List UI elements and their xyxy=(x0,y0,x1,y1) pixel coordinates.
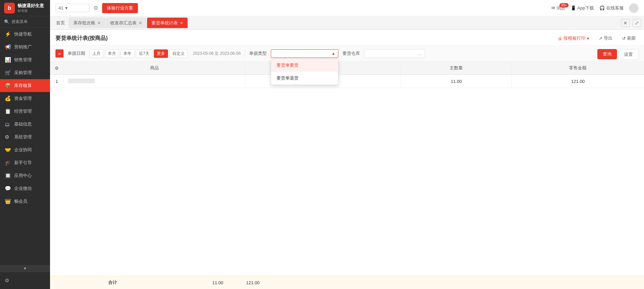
date-curr-year[interactable]: 本年 xyxy=(120,49,135,58)
date-7days[interactable]: 近7天 xyxy=(136,49,152,58)
app-download-item[interactable]: 📱 App下载 xyxy=(571,5,594,11)
tab-home[interactable]: 首页 xyxy=(53,18,68,28)
date-curr-month[interactable]: 本月 xyxy=(105,49,119,58)
topbar-settings-icon[interactable]: ⚙ xyxy=(93,5,98,11)
sidebar-item-wechat[interactable]: 💬 企业微信 xyxy=(0,182,50,195)
dropdown-item-order-return[interactable]: 要货单退货 xyxy=(271,72,338,85)
export-icon: ↗ xyxy=(599,36,602,41)
filter-divider xyxy=(245,50,245,57)
finance-icon: 💰 xyxy=(5,95,11,102)
tab-inventory-batch[interactable]: 库存批次账 ✕ xyxy=(69,18,105,28)
message-item[interactable]: ✉ 消息 99+ xyxy=(551,5,565,11)
print-label: 按模板打印 xyxy=(564,35,586,41)
sidebar-item-purchase[interactable]: 🛒 采购管理 xyxy=(0,66,50,79)
marketing-icon: 📢 xyxy=(5,44,11,50)
sidebar-label-finance: 资金管理 xyxy=(14,95,32,102)
sidebar-label-system: 系统管理 xyxy=(14,134,32,140)
date-more[interactable]: 更多 xyxy=(154,49,168,58)
sidebar-item-vip[interactable]: 👑 畅会员 xyxy=(0,195,50,208)
app-logo-icon: b xyxy=(4,3,15,14)
app-download-label: App下载 xyxy=(577,5,594,11)
message-badge: 99+ xyxy=(559,3,569,7)
maximize-tab-button[interactable]: ⤢ xyxy=(633,19,641,27)
online-service-label: 在线客服 xyxy=(606,5,624,11)
th-amount: 零售金额 xyxy=(511,62,644,75)
sidebar-label-inventory: 库存核算 xyxy=(14,83,32,89)
page-title: 要货单统计表(按商品) xyxy=(55,35,108,42)
sidebar-item-quick-nav[interactable]: ⚡ 快捷导航 xyxy=(0,28,50,41)
sidebar-logo: b 畅捷通好生意 标准版 xyxy=(0,0,50,16)
phone-icon: 📱 xyxy=(571,5,576,10)
chevron-down-icon: ▾ xyxy=(65,5,68,10)
close-all-tabs-button[interactable]: ✕ xyxy=(621,19,630,27)
sidebar-items-list: ⚡ 快捷导航 📢 营销推广 📊 销售管理 🛒 采购管理 📦 库存核算 💰 资金管… xyxy=(0,28,50,265)
date-prev-month[interactable]: 上月 xyxy=(89,49,103,58)
sidebar-item-collab[interactable]: 🤝 企业协同 xyxy=(0,143,50,156)
tab-inventory-batch-label: 库存批次账 xyxy=(73,20,95,26)
print-button[interactable]: 🖨 按模板打印 ▾ xyxy=(555,34,592,43)
warehouse-select-box[interactable]: … xyxy=(364,49,425,58)
table-body: 1 块 11.00 121.00 xyxy=(50,75,644,88)
sidebar-item-system[interactable]: ⚙ 系统管理 xyxy=(0,131,50,143)
refresh-icon: ↺ xyxy=(622,36,626,41)
export-button[interactable]: ↗ 导出 xyxy=(596,34,615,43)
date-custom[interactable]: 自定义 xyxy=(169,49,188,58)
th-settings[interactable]: ⚙ xyxy=(50,62,64,75)
type-filter-label: 单据类型 xyxy=(249,50,267,57)
sidebar-search[interactable]: 🔍 搜索菜单 xyxy=(0,16,50,28)
sidebar-item-operation[interactable]: 📋 经营管理 xyxy=(0,105,50,118)
sidebar-settings[interactable]: ⚙ xyxy=(0,275,50,286)
sidebar-label-purchase: 采购管理 xyxy=(14,70,32,76)
tab-order-summary-close[interactable]: ✕ xyxy=(180,21,183,25)
sidebar-item-sales[interactable]: 📊 销售管理 xyxy=(0,53,50,66)
tab-receive-summary[interactable]: 收发存汇总表 ✕ xyxy=(106,18,146,28)
table-container: ⚙ 商品 主计量单位 主数量 零售金额 1 块 11.00 xyxy=(50,62,644,276)
operation-icon: 📋 xyxy=(5,108,11,114)
sales-icon: 📊 xyxy=(5,57,11,63)
type-select-value xyxy=(274,51,275,56)
vip-icon: 👑 xyxy=(5,198,11,204)
sidebar-item-marketing[interactable]: 📢 营销推广 xyxy=(0,41,50,53)
quick-nav-icon: ⚡ xyxy=(5,31,11,37)
row-quantity: 11.00 xyxy=(401,75,512,88)
settings-button[interactable]: 设置 xyxy=(618,49,639,60)
sidebar-item-guide[interactable]: 🎓 新手引导 xyxy=(0,156,50,169)
system-icon: ⚙ xyxy=(5,134,11,140)
tab-inventory-batch-close[interactable]: ✕ xyxy=(97,21,101,25)
guide-icon: 🎓 xyxy=(5,160,11,166)
sidebar-item-inventory[interactable]: 📦 库存核算 xyxy=(0,79,50,92)
sidebar-item-apps[interactable]: 🔲 应用中心 xyxy=(0,169,50,182)
type-select-box[interactable]: ▲ xyxy=(271,49,338,58)
query-button[interactable]: 查询 xyxy=(597,49,617,59)
filter-expand-button[interactable]: » xyxy=(55,49,64,58)
table-row: 1 块 11.00 121.00 xyxy=(50,75,644,88)
topbar-left: 41 ▾ ⚙ 体验行业方案 xyxy=(55,3,138,13)
tab-receive-summary-close[interactable]: ✕ xyxy=(139,21,142,25)
product-name-placeholder xyxy=(68,79,95,83)
warehouse-filter-label: 要货仓库 xyxy=(342,50,360,57)
dropdown-item-order-goods[interactable]: 要货单要货 xyxy=(271,59,338,72)
export-label: 导出 xyxy=(604,35,613,41)
trial-button[interactable]: 体验行业方案 xyxy=(102,3,138,13)
online-service-item[interactable]: 🎧 在线客服 xyxy=(599,5,624,11)
user-avatar[interactable] xyxy=(629,3,639,13)
sidebar-scroll-down[interactable]: ▼ xyxy=(0,265,50,272)
sidebar-item-basic[interactable]: 🗂 基础信息 xyxy=(0,118,50,131)
refresh-label: 刷新 xyxy=(627,35,636,41)
inventory-icon: 📦 xyxy=(5,83,11,89)
tab-order-summary[interactable]: 要货单统计表 ✕ xyxy=(147,18,188,28)
type-select-wrapper: ▲ 要货单要货 要货单退货 xyxy=(271,49,338,58)
tab-receive-summary-label: 收发存汇总表 xyxy=(110,20,137,26)
purchase-icon: 🛒 xyxy=(5,70,11,76)
type-dropdown: 要货单要货 要货单退货 xyxy=(271,59,338,85)
page-header: 要货单统计表(按商品) 🖨 按模板打印 ▾ ↗ 导出 ↺ 刷新 xyxy=(50,30,644,46)
filter-row: » 单据日期 上月 本月 本年 近7天 更多 自定义 2023-05-06 至 … xyxy=(50,46,644,62)
tabs-actions: ✕ ⤢ xyxy=(621,19,641,27)
th-product: 商品 xyxy=(64,62,245,75)
sidebar-item-finance[interactable]: 💰 资金管理 xyxy=(0,92,50,105)
row-amount: 121.00 xyxy=(511,75,644,88)
data-table: ⚙ 商品 主计量单位 主数量 零售金额 1 块 11.00 xyxy=(50,62,644,88)
sidebar-bottom: ⚙ xyxy=(0,272,50,289)
company-selector[interactable]: 41 ▾ xyxy=(55,4,89,12)
refresh-button[interactable]: ↺ 刷新 xyxy=(619,34,639,43)
